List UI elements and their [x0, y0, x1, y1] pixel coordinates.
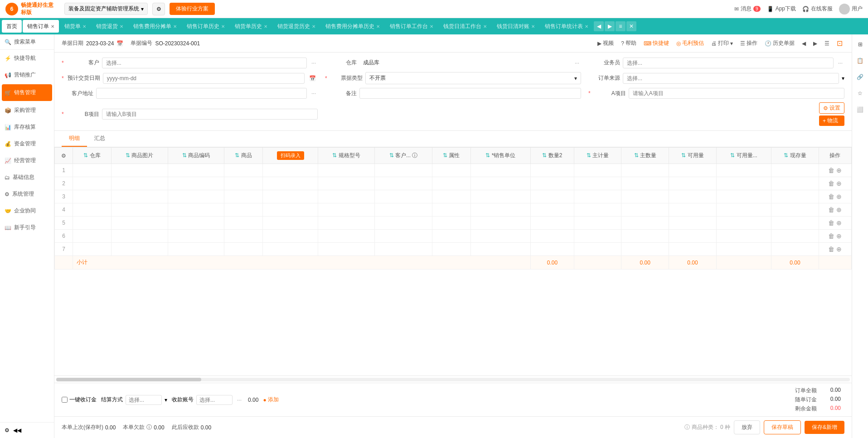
col-customer-code[interactable]: ⇅ 客户... ⓘ: [375, 148, 432, 164]
row-unit[interactable]: [470, 177, 531, 190]
row-qty2[interactable]: [531, 164, 574, 177]
row-attr[interactable]: [432, 203, 470, 217]
tab-order-stats[interactable]: 销售订单统计表 ✕: [540, 20, 593, 33]
right-panel-barcode-button[interactable]: ⬜: [854, 103, 867, 116]
address-expand-icon[interactable]: ···: [310, 90, 318, 96]
row-code[interactable]: [168, 217, 224, 230]
row-attr[interactable]: [432, 177, 470, 190]
save-new-button[interactable]: 保存&新增: [805, 421, 844, 434]
copy-icon[interactable]: ⊕: [836, 167, 842, 174]
salesperson-expand-icon[interactable]: ···: [836, 60, 844, 66]
row-available[interactable]: [669, 164, 717, 177]
row-spec[interactable]: [318, 190, 375, 203]
delete-icon[interactable]: 🗑: [828, 193, 834, 200]
sidebar-item-guide[interactable]: 📖 新手引导: [0, 219, 54, 236]
help-button[interactable]: ? 帮助: [619, 39, 638, 48]
row-customer-code[interactable]: [375, 164, 432, 177]
col-attr[interactable]: ⇅ 属性: [432, 148, 470, 164]
add-goods-button[interactable]: +物流: [819, 116, 844, 126]
tab-close-icon[interactable]: ✕: [430, 24, 433, 29]
row-available[interactable]: [669, 177, 717, 190]
sidebar-item-inventory[interactable]: 📊 库存核算: [0, 119, 54, 135]
row-main-unit[interactable]: [574, 217, 621, 230]
tab-home[interactable]: 首页: [2, 20, 22, 33]
sidebar-item-basic[interactable]: 🗂 基础信息: [0, 169, 54, 186]
row-spec[interactable]: [318, 164, 375, 177]
right-panel-chart-button[interactable]: 📋: [854, 54, 867, 67]
row-code[interactable]: [168, 243, 224, 256]
tab-close-icon[interactable]: ✕: [51, 24, 54, 29]
order-source-input[interactable]: [623, 73, 839, 84]
add-payment-button[interactable]: ● 添加: [263, 396, 278, 404]
row-customer-code[interactable]: [375, 203, 432, 217]
message-button[interactable]: ✉ 消息 9: [734, 5, 761, 13]
copy-icon[interactable]: ⊕: [836, 245, 842, 253]
row-image[interactable]: [111, 243, 168, 256]
invoice-select[interactable]: 不开票 ▾: [365, 72, 581, 84]
tab-close-icon[interactable]: ✕: [376, 24, 380, 29]
row-main-qty[interactable]: [621, 190, 669, 203]
scroll-thumb[interactable]: [56, 378, 201, 381]
row-available2[interactable]: [716, 164, 771, 177]
copy-icon[interactable]: ⊕: [836, 219, 842, 226]
tab-return[interactable]: 销货退货 ✕: [92, 20, 128, 33]
delete-icon[interactable]: 🗑: [828, 206, 834, 213]
row-image[interactable]: [111, 190, 168, 203]
tab-close-icon[interactable]: ✕: [483, 24, 487, 29]
row-unit[interactable]: [470, 230, 531, 243]
address-input[interactable]: [96, 88, 307, 99]
row-warehouse[interactable]: [73, 190, 111, 203]
user-menu[interactable]: 用户: [839, 4, 863, 14]
row-available[interactable]: [669, 203, 717, 217]
col-available[interactable]: ⇅ 可用量: [669, 148, 717, 164]
row-customer-code[interactable]: [375, 230, 432, 243]
row-name[interactable]: [224, 190, 262, 203]
row-customer-code[interactable]: [375, 177, 432, 190]
right-panel-grid-button[interactable]: ⊞: [854, 38, 867, 51]
operation-button[interactable]: ☰ 操作: [738, 39, 759, 48]
row-stock[interactable]: [771, 164, 819, 177]
prev-page-button[interactable]: ◀: [800, 39, 808, 48]
sidebar-item-purchase[interactable]: 📦 采购管理: [0, 102, 54, 119]
row-main-unit[interactable]: [574, 243, 621, 256]
settings-shortcut-button[interactable]: ⚙设置: [819, 102, 844, 114]
row-spec[interactable]: [318, 217, 375, 230]
sidebar-item-management[interactable]: 📈 经营管理: [0, 152, 54, 169]
row-image[interactable]: [111, 164, 168, 177]
save-draft-button[interactable]: 保存草稿: [764, 420, 801, 434]
delete-icon[interactable]: 🗑: [828, 232, 834, 240]
sidebar-item-sales[interactable]: 🛒 销售管理: [2, 84, 52, 101]
col-stock[interactable]: ⇅ 现存量: [771, 148, 819, 164]
discard-button[interactable]: 放弃: [734, 420, 760, 434]
right-panel-link-button[interactable]: 🔗: [854, 71, 867, 83]
expand-button[interactable]: ⊡: [835, 38, 844, 48]
sidebar-item-marketing[interactable]: 📢 营销推广: [0, 67, 54, 83]
row-warehouse[interactable]: [73, 203, 111, 217]
tab-close-icon[interactable]: ✕: [120, 24, 123, 29]
row-stock[interactable]: [771, 243, 819, 256]
a-project-input[interactable]: [629, 88, 844, 99]
col-scan[interactable]: 扫码录入: [262, 148, 318, 164]
row-code[interactable]: [168, 177, 224, 190]
row-warehouse[interactable]: [73, 230, 111, 243]
video-button[interactable]: ▶ 视频: [596, 39, 616, 48]
settings-button[interactable]: ⚙: [152, 3, 165, 15]
scan-button[interactable]: 扫码录入: [277, 151, 304, 160]
row-attr[interactable]: [432, 164, 470, 177]
row-spec[interactable]: [318, 243, 375, 256]
delete-icon[interactable]: 🗑: [828, 167, 834, 174]
row-image[interactable]: [111, 177, 168, 190]
calendar-icon[interactable]: 📅: [307, 75, 318, 82]
row-attr[interactable]: [432, 190, 470, 203]
row-main-unit[interactable]: [574, 230, 621, 243]
col-name[interactable]: ⇅ 商品: [224, 148, 262, 164]
row-name[interactable]: [224, 164, 262, 177]
row-spec[interactable]: [318, 177, 375, 190]
row-available2[interactable]: [716, 217, 771, 230]
b-project-input[interactable]: [102, 109, 318, 120]
sidebar-item-search[interactable]: 🔍 搜索菜单: [0, 34, 54, 50]
col-warehouse[interactable]: ⇅ 仓库: [73, 148, 111, 164]
list-view-button[interactable]: ☰: [823, 39, 831, 48]
industry-button[interactable]: 体验行业方案: [170, 3, 215, 15]
sidebar-item-collab[interactable]: 🤝 企业协同: [0, 202, 54, 219]
